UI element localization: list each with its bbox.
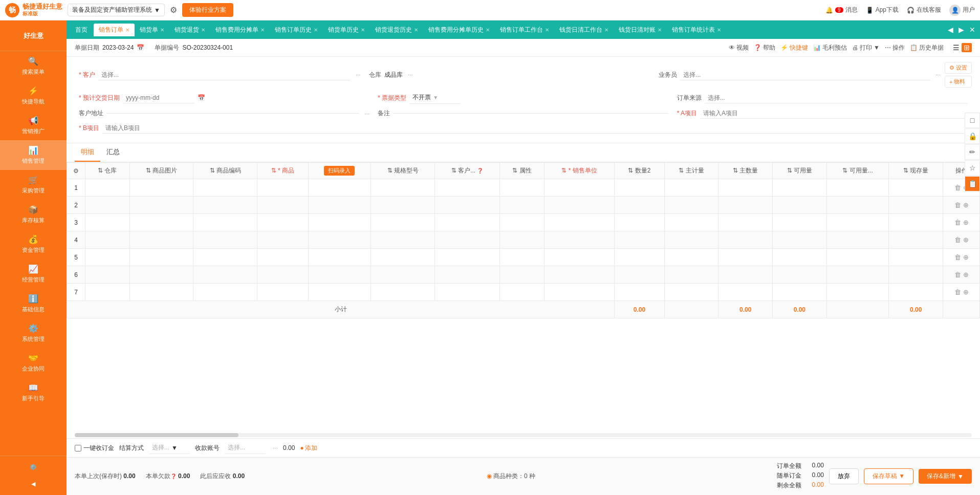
row-code-6[interactable] bbox=[193, 266, 257, 284]
row-attribute-7[interactable] bbox=[500, 284, 545, 301]
row-delete-icon-2[interactable]: 🗑 bbox=[954, 201, 961, 209]
project-a-input[interactable] bbox=[700, 108, 968, 119]
profit-action[interactable]: 📊 毛利预估 bbox=[813, 44, 847, 52]
row-main-qty-1[interactable] bbox=[718, 179, 773, 197]
row-unit-4[interactable] bbox=[544, 231, 615, 249]
row-attribute-3[interactable] bbox=[500, 214, 545, 231]
salesperson-more-icon[interactable]: ··· bbox=[935, 71, 941, 78]
sidebar-item-inventory[interactable]: 📦 库存核算 bbox=[0, 200, 67, 229]
nav-prev-icon[interactable]: ◀ bbox=[946, 25, 955, 35]
row-customer-3[interactable] bbox=[435, 214, 500, 231]
sidebar-item-enterprise[interactable]: 🤝 企业协同 bbox=[0, 348, 67, 378]
row-copy-icon-5[interactable]: ⊕ bbox=[963, 253, 969, 261]
date-picker-icon[interactable]: 📅 bbox=[198, 94, 205, 101]
nav-next-icon[interactable]: ▶ bbox=[956, 25, 966, 35]
row-copy-icon-6[interactable]: ⊕ bbox=[963, 271, 969, 278]
tab-close-expense-history[interactable]: ✕ bbox=[486, 27, 490, 33]
row-delete-icon-1[interactable]: 🗑 bbox=[954, 184, 961, 191]
notification-bell[interactable]: 🔔 9 消息 bbox=[825, 6, 858, 14]
row-spec-7[interactable] bbox=[371, 284, 435, 301]
row-unit-1[interactable] bbox=[544, 179, 615, 197]
settings-btn-1[interactable]: ⚙ 设置 bbox=[945, 62, 972, 74]
discard-button[interactable]: 放弃 bbox=[829, 468, 859, 484]
row-warehouse-7[interactable] bbox=[85, 284, 130, 301]
video-action[interactable]: 👁 视频 bbox=[729, 44, 749, 52]
row-spec-3[interactable] bbox=[371, 214, 435, 231]
tab-reconcile[interactable]: 钱货日清对账 ✕ bbox=[614, 24, 667, 36]
customer-more-icon[interactable]: ··· bbox=[356, 71, 361, 78]
sidebar-settings[interactable]: ⚙️ bbox=[0, 459, 67, 476]
print-action[interactable]: 🖨 打印 ▼ bbox=[852, 44, 880, 52]
delivery-date-input[interactable] bbox=[123, 93, 194, 103]
sidebar-item-system[interactable]: ⚙️ 系统管理 bbox=[0, 318, 67, 348]
row-attribute-4[interactable] bbox=[500, 231, 545, 249]
row-qty2-2[interactable] bbox=[615, 197, 664, 214]
row-main-qty-5[interactable] bbox=[718, 249, 773, 266]
invoice-type-select[interactable]: 不开票 ▼ bbox=[409, 92, 461, 104]
row-customer-2[interactable] bbox=[435, 197, 500, 214]
row-warehouse-3[interactable] bbox=[85, 214, 130, 231]
tab-sales-slip[interactable]: 销货单 ✕ bbox=[135, 24, 169, 36]
row-delete-icon-7[interactable]: 🗑 bbox=[954, 288, 961, 296]
float-icon-2[interactable]: 🔒 bbox=[965, 128, 980, 144]
tab-return[interactable]: 销货退货 ✕ bbox=[169, 24, 210, 36]
tab-expense-history[interactable]: 销售费用分摊单历史 ✕ bbox=[423, 24, 495, 36]
row-unit-5[interactable] bbox=[544, 249, 615, 266]
row-copy-icon-4[interactable]: ⊕ bbox=[963, 236, 969, 244]
row-product-4[interactable] bbox=[257, 231, 308, 249]
float-icon-1[interactable]: □ bbox=[965, 113, 980, 128]
row-code-2[interactable] bbox=[193, 197, 257, 214]
row-product-1[interactable] bbox=[257, 179, 308, 197]
row-product-7[interactable] bbox=[257, 284, 308, 301]
tab-close-cash-workbench[interactable]: ✕ bbox=[604, 27, 608, 33]
tab-close-sales-slip[interactable]: ✕ bbox=[160, 27, 164, 33]
row-customer-6[interactable] bbox=[435, 266, 500, 284]
row-delete-icon-5[interactable]: 🗑 bbox=[954, 253, 961, 261]
row-product-3[interactable] bbox=[257, 214, 308, 231]
sidebar-item-guide[interactable]: 📖 新手引导 bbox=[0, 378, 67, 407]
tab-expense-split[interactable]: 销售费用分摊单 ✕ bbox=[210, 24, 270, 36]
sidebar-item-nav[interactable]: ⚡ 快捷导航 bbox=[0, 81, 67, 111]
row-spec-2[interactable] bbox=[371, 197, 435, 214]
row-delete-icon-4[interactable]: 🗑 bbox=[954, 236, 961, 244]
scroll-bar-thumb[interactable] bbox=[75, 433, 238, 437]
row-delete-icon-3[interactable]: 🗑 bbox=[954, 219, 961, 226]
tab-close-return-history[interactable]: ✕ bbox=[414, 27, 418, 33]
tab-close-slip-history[interactable]: ✕ bbox=[361, 27, 365, 33]
row-qty2-1[interactable] bbox=[615, 179, 664, 197]
order-source-input[interactable] bbox=[705, 93, 968, 103]
account-select[interactable]: 选择... bbox=[225, 442, 266, 454]
row-unit-2[interactable] bbox=[544, 197, 615, 214]
salesperson-input[interactable] bbox=[680, 70, 930, 80]
float-icon-5[interactable]: 📋 bbox=[965, 176, 980, 191]
row-spec-4[interactable] bbox=[371, 231, 435, 249]
row-attribute-6[interactable] bbox=[500, 266, 545, 284]
add-payment-btn[interactable]: ● 添加 bbox=[300, 444, 317, 453]
row-main-qty-4[interactable] bbox=[718, 231, 773, 249]
row-code-7[interactable] bbox=[193, 284, 257, 301]
row-code-4[interactable] bbox=[193, 231, 257, 249]
settle-method-select[interactable]: 选择... ▼ bbox=[149, 442, 190, 454]
row-unit-3[interactable] bbox=[544, 214, 615, 231]
tab-cash-workbench[interactable]: 钱货日清工作台 ✕ bbox=[554, 24, 614, 36]
row-product-2[interactable] bbox=[257, 197, 308, 214]
address-more-icon[interactable]: ··· bbox=[364, 110, 369, 117]
online-service[interactable]: 🎧 在线客服 bbox=[907, 6, 941, 14]
tab-close-sales-order[interactable]: ✕ bbox=[125, 27, 129, 33]
sidebar-item-operation[interactable]: 📈 经营管理 bbox=[0, 259, 67, 289]
row-delete-icon-6[interactable]: 🗑 bbox=[954, 271, 961, 278]
row-main-qty-3[interactable] bbox=[718, 214, 773, 231]
sidebar-item-info[interactable]: ℹ️ 基础信息 bbox=[0, 289, 67, 318]
tab-workbench[interactable]: 销售订单工作台 ✕ bbox=[495, 24, 554, 36]
row-customer-7[interactable] bbox=[435, 284, 500, 301]
row-main-qty-2[interactable] bbox=[718, 197, 773, 214]
tab-close-return[interactable]: ✕ bbox=[201, 27, 205, 33]
row-code-5[interactable] bbox=[193, 249, 257, 266]
help-action[interactable]: ❓ 帮助 bbox=[754, 44, 775, 52]
row-qty2-5[interactable] bbox=[615, 249, 664, 266]
row-attribute-5[interactable] bbox=[500, 249, 545, 266]
operation-action[interactable]: ⋯ 操作 bbox=[885, 44, 905, 52]
row-unit-6[interactable] bbox=[544, 266, 615, 284]
tab-stats[interactable]: 销售订单统计表 ✕ bbox=[667, 24, 726, 36]
customer-input[interactable] bbox=[98, 70, 351, 80]
